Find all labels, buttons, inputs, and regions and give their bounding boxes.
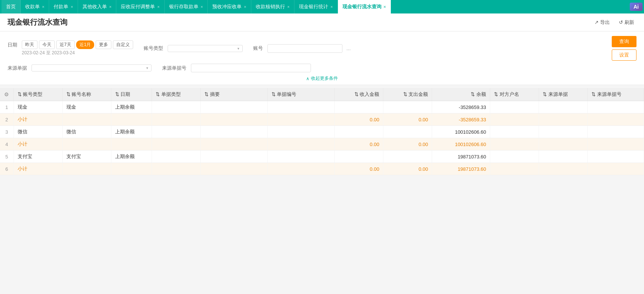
account-type-select[interactable]: ▾: [168, 45, 243, 52]
write-off-tab-close[interactable]: ×: [287, 4, 290, 9]
th-account-name-label: ⇅ 账号名称: [66, 91, 92, 97]
pre-receive-tab-close[interactable]: ×: [244, 4, 246, 9]
refresh-button[interactable]: ↺ 刷新: [617, 18, 636, 27]
nav-tab-receipt[interactable]: 收款单 ×: [21, 0, 49, 13]
row-source-doc: [539, 113, 588, 126]
table-row: 5支付宝支付宝上期余额19871073.60: [0, 151, 644, 163]
row-account-name: 微信: [62, 126, 111, 138]
row-expense: 0.00: [383, 113, 432, 126]
row-num: 1: [0, 101, 14, 113]
th-doc-type-label: ⇅ 单据类型: [156, 91, 181, 97]
row-num: 3: [0, 126, 14, 138]
row-source-doc: [539, 151, 588, 163]
row-account-name: 现金: [62, 101, 111, 113]
th-counterparty: ⇅ 对方户名: [490, 88, 539, 101]
filter-area: 日期 昨天 今天 近7天 近1月 更多 自定义 2023-02-24 至 202…: [0, 31, 644, 85]
account-dots-button[interactable]: ...: [346, 45, 351, 51]
source-doc-num-label: 来源单据号: [162, 65, 186, 72]
row-date: [111, 113, 152, 126]
ar-adjust-tab-close[interactable]: ×: [157, 4, 159, 9]
table-row: 4小计0.000.00100102606.60: [0, 138, 644, 151]
row-date: 上期余额: [111, 151, 152, 163]
row-num: 4: [0, 138, 14, 151]
table-row: 2小计0.000.00-3528659.33: [0, 113, 644, 126]
row-doc-no: [267, 101, 334, 113]
nav-tab-bank-stat[interactable]: 现金银行统计 ×: [294, 0, 338, 13]
date-yesterday[interactable]: 昨天: [22, 40, 38, 49]
th-date: ⇅ 日期: [111, 88, 152, 101]
row-doc-no: [267, 138, 334, 151]
date-custom[interactable]: 自定义: [113, 40, 133, 49]
settings-button[interactable]: 设置: [612, 49, 636, 61]
ar-adjust-tab-label: 应收应付调整单: [121, 3, 155, 10]
nav-tab-other-income[interactable]: 其他收入单 ×: [78, 0, 116, 13]
source-doc-num-input[interactable]: [191, 64, 311, 72]
date-7days[interactable]: 近7天: [56, 40, 75, 49]
query-button[interactable]: 查询: [612, 36, 636, 47]
account-input[interactable]: [267, 44, 342, 53]
row-counterparty: [490, 101, 539, 113]
row-balance: -3528659.33: [432, 113, 490, 126]
bank-stat-tab-close[interactable]: ×: [330, 4, 333, 9]
bank-deposit-tab-close[interactable]: ×: [201, 4, 203, 9]
th-balance-label: ⇅ 余额: [471, 91, 486, 97]
nav-tab-home[interactable]: 首页: [2, 0, 21, 13]
row-account-type: 现金: [14, 101, 62, 113]
th-account-type-label: ⇅ 账号类型: [18, 91, 43, 97]
row-source-doc-no: [588, 126, 644, 138]
export-icon: ↗: [594, 19, 599, 25]
th-income: ⇅ 收入金额: [334, 88, 383, 101]
receipt-tab-label: 收款单: [25, 3, 40, 10]
row-num: 6: [0, 163, 14, 175]
row-account-type: 小计: [14, 113, 62, 126]
collapse-up-icon: ∧: [306, 76, 309, 81]
nav-tab-bank-flow[interactable]: 现金银行流水查询 ×: [338, 0, 391, 13]
ai-button[interactable]: Ai: [630, 3, 642, 11]
header-row: ⚙ ⇅ 账号类型 ⇅ 账号名称 ⇅ 日期 ⇅ 单据类型 ⇅: [0, 88, 644, 101]
bank-flow-tab-close[interactable]: ×: [384, 4, 386, 9]
nav-tab-pre-receive[interactable]: 预收冲应收单 ×: [208, 0, 251, 13]
table-body: 1现金现金上期余额-3528659.332小计0.000.00-3528659.…: [0, 101, 644, 175]
nav-tab-write-off[interactable]: 收款核销执行 ×: [251, 0, 294, 13]
write-off-tab-label: 收款核销执行: [256, 3, 285, 10]
nav-tab-ar-adjust[interactable]: 应收应付调整单 ×: [116, 0, 164, 13]
row-income: 0.00: [334, 138, 383, 151]
row-counterparty: [490, 138, 539, 151]
filter-action-buttons: 查询 设置: [612, 36, 636, 61]
row-doc-type: [152, 101, 201, 113]
account-label: 账号: [253, 45, 263, 52]
row-account-type: 小计: [14, 138, 62, 151]
date-range-display: 2023-02-24 至 2023-03-24: [20, 50, 75, 56]
table-settings-icon[interactable]: ⚙: [4, 91, 9, 97]
row-account-type: 微信: [14, 126, 62, 138]
source-doc-label: 来源单据: [8, 65, 27, 72]
row-doc-no: [267, 126, 334, 138]
row-account-name: [62, 113, 111, 126]
source-doc-select[interactable]: ▾: [32, 64, 152, 72]
date-1month[interactable]: 近1月: [76, 40, 95, 49]
nav-tab-bank-deposit[interactable]: 银行存取款单 ×: [165, 0, 208, 13]
source-doc-group: 来源单据 ▾: [8, 64, 152, 72]
other-income-tab-close[interactable]: ×: [109, 4, 111, 9]
row-expense: 0.00: [383, 163, 432, 175]
receipt-tab-close[interactable]: ×: [42, 4, 44, 9]
row-summary: [201, 113, 267, 126]
account-group: 账号 ...: [253, 44, 351, 53]
collapse-bar[interactable]: ∧ 收起更多条件: [8, 75, 636, 82]
row-account-type: 小计: [14, 163, 62, 175]
date-today[interactable]: 今天: [39, 40, 55, 49]
row-balance: 19871073.60: [432, 151, 490, 163]
nav-tab-payment[interactable]: 付款单 ×: [49, 0, 78, 13]
table-row: 6小计0.000.0019871073.60: [0, 163, 644, 175]
date-more[interactable]: 更多: [96, 40, 111, 49]
row-expense: [383, 151, 432, 163]
row-source-doc-no: [588, 138, 644, 151]
row-income: [334, 126, 383, 138]
filter-row-2: 来源单据 ▾ 来源单据号: [8, 64, 636, 72]
row-summary: [201, 101, 267, 113]
row-doc-no: [267, 163, 334, 175]
payment-tab-close[interactable]: ×: [71, 4, 73, 9]
table-row: 3微信微信上期余额100102606.60: [0, 126, 644, 138]
export-button[interactable]: ↗ 导出: [592, 18, 612, 27]
page-title: 现金银行流水查询: [8, 17, 68, 27]
